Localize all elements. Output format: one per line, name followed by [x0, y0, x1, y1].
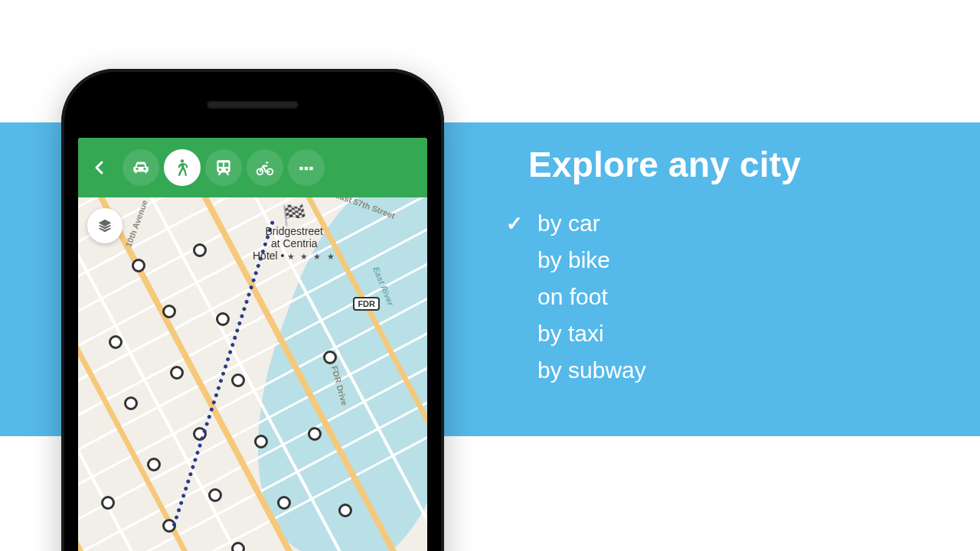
mode-taxi[interactable]: [288, 149, 325, 186]
phone-speaker: [207, 101, 299, 109]
train-icon: [214, 158, 234, 178]
list-item: by taxi: [505, 315, 646, 352]
metro-station-icon: [132, 259, 145, 272]
list-item-label: on foot: [537, 284, 608, 310]
promo-headline: Explore any city: [528, 144, 801, 185]
svg-point-0: [181, 159, 184, 162]
back-button[interactable]: [83, 151, 116, 184]
destination-marker[interactable]: 🏁 Bridgestreet at Centria Hotel • ★ ★ ★ …: [253, 205, 336, 262]
metro-station-icon: [231, 542, 245, 551]
phone-screen: East 57th Street 10th Avenue FDR Drive 1…: [78, 138, 427, 551]
list-item-label: by bike: [537, 247, 610, 273]
metro-station-icon: [170, 366, 184, 380]
mode-transit[interactable]: [205, 149, 242, 186]
walk-icon: [172, 158, 192, 178]
chevron-left-icon: [90, 158, 109, 177]
metro-station-icon: [308, 427, 322, 441]
metro-station-icon: [277, 496, 291, 510]
map-canvas[interactable]: East 57th Street 10th Avenue FDR Drive 1…: [78, 197, 427, 551]
destination-title: Bridgestreet at Centria Hotel • ★ ★ ★ ★: [253, 225, 336, 262]
metro-station-icon: [162, 305, 176, 318]
list-item: on foot: [505, 279, 646, 315]
mode-car[interactable]: [122, 149, 159, 186]
metro-station-icon: [216, 312, 230, 326]
metro-station-icon: [101, 496, 115, 510]
list-item: by subway: [505, 352, 646, 389]
layers-button[interactable]: [87, 208, 122, 243]
car-icon: [131, 158, 151, 178]
metro-station-icon: [254, 435, 268, 448]
svg-rect-5: [309, 167, 312, 170]
metro-station-icon: [231, 373, 245, 387]
metro-station-icon: [338, 504, 352, 517]
metro-station-icon: [193, 243, 207, 257]
check-icon: ✓: [505, 212, 524, 236]
list-item: by bike: [505, 242, 646, 279]
phone-frame: East 57th Street 10th Avenue FDR Drive 1…: [61, 69, 444, 551]
metro-station-icon: [109, 335, 122, 349]
layers-icon: [96, 217, 113, 234]
metro-station-icon: [147, 458, 161, 471]
metro-station-icon: [208, 488, 222, 502]
metro-station-icon: [124, 396, 138, 410]
app-header: [78, 138, 427, 197]
highway-shield-fdr: FDR: [353, 297, 380, 311]
promo-list: ✓ by car by bike on foot by taxi by subw…: [505, 205, 646, 389]
list-item-label: by subway: [537, 357, 646, 383]
bike-icon: [255, 158, 275, 178]
mode-bike[interactable]: [247, 149, 283, 186]
svg-rect-3: [299, 167, 302, 170]
transport-modes: [122, 149, 325, 186]
metro-station-icon: [323, 350, 337, 364]
taxi-icon: [296, 158, 316, 178]
checkered-flag-icon: 🏁: [253, 205, 336, 225]
list-item: ✓ by car: [505, 205, 646, 242]
mode-walk[interactable]: [164, 149, 201, 186]
svg-rect-4: [305, 167, 308, 170]
list-item-label: by car: [537, 210, 600, 236]
list-item-label: by taxi: [537, 321, 604, 347]
